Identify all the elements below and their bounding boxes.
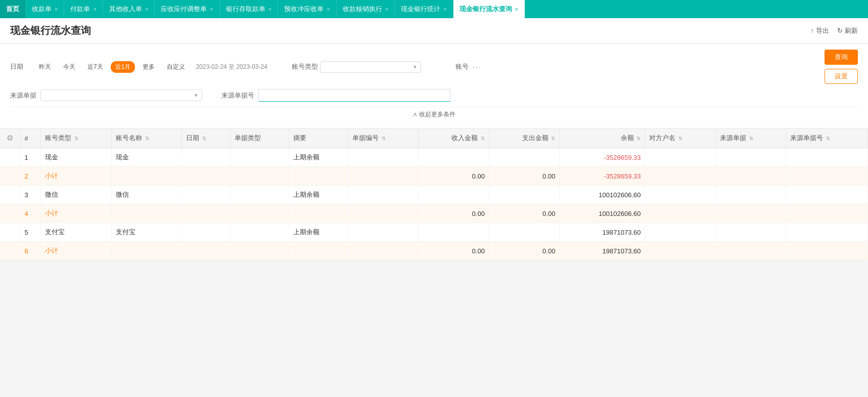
- cell-date: [182, 167, 231, 186]
- settings-button[interactable]: 设置: [825, 69, 858, 84]
- cell-counterpart: [645, 242, 715, 260]
- col-settings[interactable]: ⚙: [0, 128, 20, 148]
- cell-income: [419, 223, 489, 242]
- close-collection-exec-icon[interactable]: ×: [385, 6, 388, 12]
- cell-counterpart: [645, 204, 715, 223]
- cell-doc-type: [230, 223, 289, 242]
- close-advance-offset-icon[interactable]: ×: [327, 6, 330, 12]
- account-dots-button[interactable]: ···: [473, 63, 482, 71]
- col-index: #: [20, 128, 41, 148]
- cell-expense: 0.00: [489, 167, 559, 186]
- col-balance[interactable]: 余额 ⇅: [560, 128, 645, 148]
- close-payments-icon[interactable]: ×: [93, 6, 96, 12]
- col-source-doc[interactable]: 来源单据 ⇅: [715, 128, 786, 148]
- date-filter-row: 日期 昨天 今天 近7天 近1月 更多 自定义 2023-02-24 至 202…: [10, 50, 858, 84]
- date-1month[interactable]: 近1月: [111, 61, 135, 73]
- cell-balance: -3528659.33: [560, 148, 645, 167]
- nav-ar-ap-adjust[interactable]: 应收应付调整单 ×: [155, 0, 219, 18]
- cell-source-doc-no: [786, 204, 868, 223]
- cell-settings: [0, 148, 20, 167]
- cell-account-type: 现金: [41, 148, 111, 167]
- cell-doc-type: [230, 167, 289, 186]
- source-doc-no-input[interactable]: [258, 89, 450, 102]
- nav-bank-deposit[interactable]: 银行存取款单 ×: [220, 0, 278, 18]
- nav-payments[interactable]: 付款单 ×: [64, 0, 103, 18]
- cell-doc-no: [348, 242, 418, 260]
- sort-expense-icon: ⇅: [551, 136, 555, 141]
- account-type-filter: 账号类型 ▾: [292, 61, 421, 73]
- date-7days[interactable]: 近7天: [83, 61, 108, 73]
- col-doc-type: 单据类型: [230, 128, 289, 148]
- date-custom[interactable]: 自定义: [162, 61, 190, 73]
- col-doc-no[interactable]: 单据编号 ⇅: [348, 128, 418, 148]
- query-button[interactable]: 查询: [825, 50, 858, 65]
- nav-advance-offset[interactable]: 预收冲应收单 ×: [278, 0, 336, 18]
- export-button[interactable]: ↑ 导出: [811, 26, 830, 35]
- source-doc-select[interactable]: ▾: [40, 90, 202, 101]
- refresh-button[interactable]: ↻ 刷新: [837, 26, 858, 35]
- cell-account-name: [111, 242, 181, 260]
- close-ar-ap-icon[interactable]: ×: [210, 6, 213, 12]
- close-other-income-icon[interactable]: ×: [145, 6, 148, 12]
- export-icon: ↑: [811, 27, 814, 34]
- date-range-display: 2023-02-24 至 2023-03-24: [196, 63, 267, 71]
- col-expense[interactable]: 支出金额 ⇅: [489, 128, 559, 148]
- col-source-doc-no[interactable]: 来源单据号 ⇅: [786, 128, 868, 148]
- sort-doc-no-icon: ⇅: [382, 136, 386, 141]
- table-body: 1 现金 现金 上期余额 -3528659.33 2 小计 0.00 0.00 …: [0, 148, 868, 260]
- source-filter-row: 来源单据 ▾ 来源单据号: [10, 89, 858, 102]
- cell-date: [182, 186, 231, 204]
- cell-account-name: 现金: [111, 148, 181, 167]
- date-today[interactable]: 今天: [59, 61, 80, 73]
- nav-cash-bank-stat[interactable]: 现金银行统计 ×: [395, 0, 453, 18]
- nav-cash-bank-flow[interactable]: 现金银行流水查询 ×: [453, 0, 525, 18]
- close-bank-deposit-icon[interactable]: ×: [268, 6, 271, 12]
- col-date[interactable]: 日期 ⇅: [182, 128, 231, 148]
- cell-settings: [0, 186, 20, 204]
- col-counterpart[interactable]: 对方户名 ⇅: [645, 128, 715, 148]
- filter-actions: 查询 设置: [825, 50, 858, 84]
- cell-doc-type: [230, 242, 289, 260]
- account-type-select[interactable]: ▾: [320, 61, 421, 73]
- cell-date: [182, 204, 231, 223]
- cell-expense: 0.00: [489, 242, 559, 260]
- cell-balance: 19871073.60: [560, 223, 645, 242]
- account-type-label: 账号类型: [292, 62, 318, 71]
- sort-date-icon: ⇅: [202, 136, 206, 141]
- date-more[interactable]: 更多: [138, 61, 159, 73]
- table-row: 2 小计 0.00 0.00 -3528659.33: [0, 167, 868, 186]
- cell-doc-no: [348, 223, 418, 242]
- cell-summary: [289, 204, 348, 223]
- account-type-arrow-icon: ▾: [414, 64, 417, 70]
- cell-counterpart: [645, 223, 715, 242]
- cell-income: [419, 186, 489, 204]
- cell-doc-no: [348, 186, 418, 204]
- nav-collection-exec[interactable]: 收款核销执行 ×: [337, 0, 395, 18]
- cell-account-type: 微信: [41, 186, 111, 204]
- close-cash-bank-flow-icon[interactable]: ×: [515, 6, 518, 12]
- source-doc-no-label: 来源单据号: [221, 91, 254, 100]
- cell-settings: [0, 204, 20, 223]
- nav-receipts[interactable]: 收款单 ×: [26, 0, 64, 18]
- nav-other-income[interactable]: 其他收入单 ×: [103, 0, 155, 18]
- table-row: 5 支付宝 支付宝 上期余额 19871073.60: [0, 223, 868, 242]
- col-income[interactable]: 收入金额 ⇅: [419, 128, 489, 148]
- close-cash-bank-stat-icon[interactable]: ×: [443, 6, 446, 12]
- cell-expense: [489, 186, 559, 204]
- cell-doc-type: [230, 186, 289, 204]
- cell-date: [182, 223, 231, 242]
- cell-date: [182, 242, 231, 260]
- settings-gear-icon[interactable]: ⚙: [7, 134, 13, 142]
- collapse-bar[interactable]: ∧ 收起更多条件: [10, 107, 858, 122]
- col-account-type[interactable]: 账号类型 ⇅: [41, 128, 111, 148]
- nav-home[interactable]: 首页: [0, 0, 26, 18]
- date-yesterday[interactable]: 昨天: [34, 61, 56, 73]
- cell-source-doc-no: [786, 186, 868, 204]
- cell-income: 0.00: [419, 204, 489, 223]
- close-receipts-icon[interactable]: ×: [55, 6, 58, 12]
- cell-summary: 上期余额: [289, 223, 348, 242]
- col-summary: 摘要: [289, 128, 348, 148]
- cell-account-name: [111, 167, 181, 186]
- cell-expense: [489, 223, 559, 242]
- col-account-name[interactable]: 账号名称 ⇅: [111, 128, 181, 148]
